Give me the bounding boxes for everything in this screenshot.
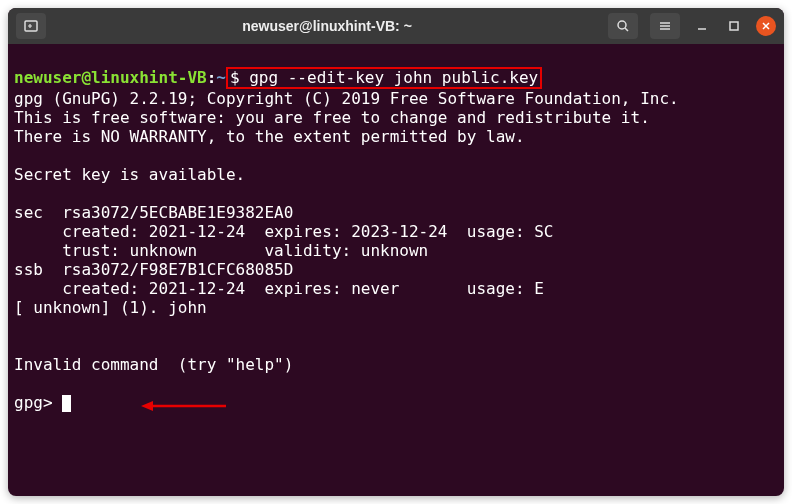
svg-point-3	[618, 21, 626, 29]
gpg-prompt: gpg>	[14, 393, 62, 412]
output-line: gpg (GnuPG) 2.2.19; Copyright (C) 2019 F…	[14, 89, 679, 108]
search-button[interactable]	[608, 13, 638, 39]
terminal-window: newuser@linuxhint-VB: ~ newuser@linuxhin…	[8, 8, 784, 496]
prompt-colon: :	[207, 68, 217, 87]
output-line: There is NO WARRANTY, to the extent perm…	[14, 127, 525, 146]
output-line: ssb rsa3072/F98E7B1CFC68085D	[14, 260, 293, 279]
titlebar: newuser@linuxhint-VB: ~	[8, 8, 784, 44]
output-line: created: 2021-12-24 expires: never usage…	[14, 279, 573, 298]
command-text: gpg --edit-key john public.key	[249, 68, 538, 87]
output-line: Invalid command (try "help")	[14, 355, 293, 374]
output-line: This is free software: you are free to c…	[14, 108, 650, 127]
output-line: [ unknown] (1). john	[14, 298, 207, 317]
output-line: Secret key is available.	[14, 165, 245, 184]
svg-marker-13	[141, 401, 153, 411]
prompt-user: newuser@linuxhint-VB	[14, 68, 207, 87]
prompt-dollar: $	[230, 68, 249, 87]
svg-rect-9	[730, 22, 738, 30]
minimize-button[interactable]	[692, 16, 712, 36]
menu-button[interactable]	[650, 13, 680, 39]
output-line: trust: unknown validity: unknown	[14, 241, 428, 260]
output-line: created: 2021-12-24 expires: 2023-12-24 …	[14, 222, 573, 241]
cursor	[62, 395, 71, 412]
prompt-path: ~	[216, 68, 226, 87]
new-tab-button[interactable]	[16, 13, 46, 39]
maximize-button[interactable]	[724, 16, 744, 36]
window-title: newuser@linuxhint-VB: ~	[52, 18, 602, 34]
titlebar-right	[608, 13, 776, 39]
titlebar-left	[16, 13, 46, 39]
arrow-annotation	[83, 379, 226, 436]
close-button[interactable]	[756, 16, 776, 36]
svg-line-4	[625, 28, 628, 31]
terminal-body[interactable]: newuser@linuxhint-VB:~$ gpg --edit-key j…	[8, 44, 784, 496]
output-line: sec rsa3072/5ECBABE1E9382EA0	[14, 203, 293, 222]
command-highlight: $ gpg --edit-key john public.key	[226, 67, 542, 89]
